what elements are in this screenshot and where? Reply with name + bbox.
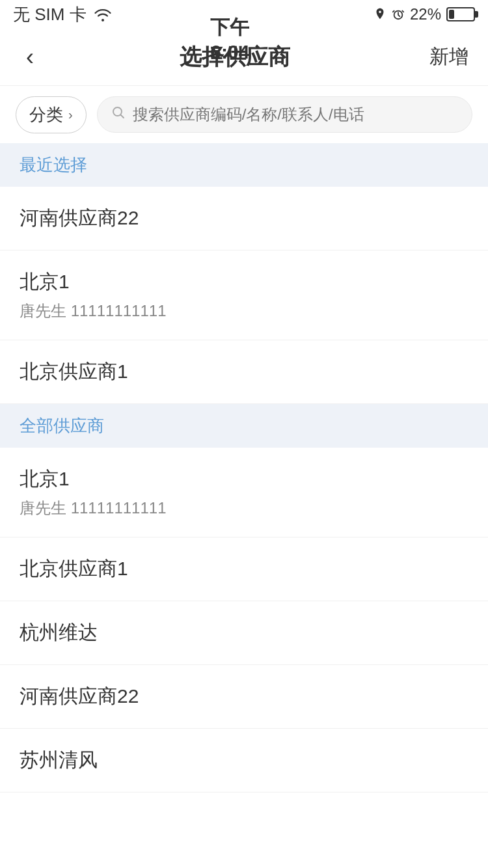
list-item-name: 北京1: [20, 466, 468, 493]
battery-percent: 22%: [410, 5, 441, 23]
recent-list: 河南供应商22北京1唐先生 11111111111北京供应商1: [0, 187, 488, 404]
status-time: 下午6:04: [210, 14, 275, 63]
all-section-header: 全部供应商: [0, 404, 488, 448]
list-item[interactable]: 河南供应商22: [0, 187, 488, 251]
wifi-icon: [93, 7, 113, 21]
list-item[interactable]: 北京1唐先生 11111111111: [0, 251, 488, 340]
location-icon: [373, 7, 386, 21]
list-item-name: 北京供应商1: [20, 359, 468, 385]
list-item-name: 北京供应商1: [20, 556, 468, 582]
list-item[interactable]: 苏州清风: [0, 729, 488, 793]
recent-section-label: 最近选择: [20, 155, 87, 174]
all-section-label: 全部供应商: [20, 416, 104, 435]
status-carrier: 无 SIM 卡: [13, 3, 113, 26]
status-right: 22%: [373, 5, 475, 23]
list-item-name: 杭州维达: [20, 619, 468, 646]
list-item-name: 北京1: [20, 269, 468, 295]
list-item-sub: 唐先生 11111111111: [20, 498, 468, 519]
search-box: [97, 96, 472, 133]
list-item[interactable]: 北京供应商1: [0, 340, 488, 404]
list-item-name: 河南供应商22: [20, 205, 468, 232]
carrier-text: 无 SIM 卡: [13, 3, 87, 26]
back-button[interactable]: ‹: [20, 37, 40, 77]
recent-section-header: 最近选择: [0, 143, 488, 187]
category-label: 分类: [29, 103, 63, 126]
filter-bar: 分类 ›: [0, 86, 488, 143]
list-item[interactable]: 杭州维达: [0, 601, 488, 665]
status-bar: 无 SIM 卡 下午6:04 22%: [0, 0, 488, 29]
list-item[interactable]: 北京供应商1: [0, 537, 488, 601]
search-input[interactable]: [133, 105, 459, 124]
list-item-name: 河南供应商22: [20, 683, 468, 710]
alarm-icon: [392, 7, 405, 21]
chevron-right-icon: ›: [68, 107, 73, 122]
list-item-sub: 唐先生 11111111111: [20, 301, 468, 321]
list-item[interactable]: 河南供应商22: [0, 665, 488, 729]
list-item-name: 苏州清风: [20, 747, 468, 774]
battery-indicator: [446, 7, 475, 21]
category-button[interactable]: 分类 ›: [16, 96, 87, 133]
new-action-button[interactable]: 新增: [429, 44, 468, 70]
all-list: 北京1唐先生 11111111111北京供应商1杭州维达河南供应商22苏州清风: [0, 448, 488, 793]
list-item[interactable]: 北京1唐先生 11111111111: [0, 448, 488, 537]
search-icon: [111, 105, 126, 124]
